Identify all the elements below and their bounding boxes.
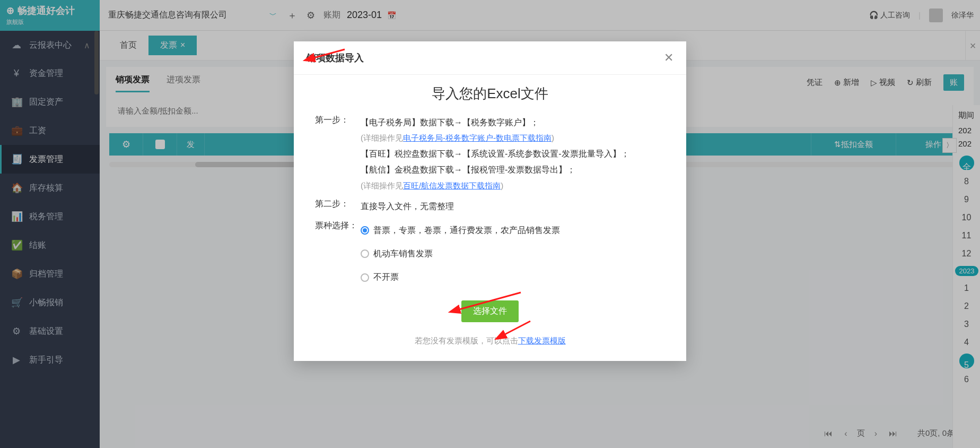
kind-option-3[interactable]: 不开票: [361, 269, 560, 285]
modal-heading: 导入您的Excel文件: [315, 84, 665, 103]
bw-hx-guide-link[interactable]: 百旺/航信发票数据下载指南: [403, 181, 501, 190]
kind-option-1[interactable]: 普票，专票，卷票，通行费发票，农产品销售发票: [361, 222, 560, 238]
kind-option-2[interactable]: 机动车销售发票: [361, 246, 560, 262]
step2-label: 第二步：: [315, 199, 361, 210]
modal-title: 销项数据导入: [307, 51, 364, 64]
step1-note2: (详细操作见百旺/航信发票数据下载指南): [361, 178, 629, 194]
radio-icon: [361, 226, 369, 235]
radio-icon: [361, 249, 369, 258]
step2-text: 直接导入文件，无需整理: [361, 199, 454, 214]
step1-note1: (详细操作见电子税务局-税务数字账户-数电票下载指南): [361, 131, 629, 146]
step1-line1: 【电子税务局】数据下载→【税务数字账户】；: [361, 115, 629, 131]
import-modal: 销项数据导入 ✕ 导入您的Excel文件 第一步： 【电子税务局】数据下载→【税…: [294, 41, 686, 361]
step1-label: 第一步：: [315, 115, 361, 126]
download-template-link[interactable]: 下载发票模版: [518, 336, 566, 345]
choose-file-button[interactable]: 选择文件: [461, 300, 519, 322]
step1-line2: 【百旺】税控盘数据下载→【系统设置-系统参数设置-发票批量导入】；: [361, 146, 629, 162]
close-icon[interactable]: ✕: [664, 51, 673, 65]
kind-label: 票种选择：: [315, 220, 361, 231]
radio-icon: [361, 273, 369, 282]
etax-guide-link[interactable]: 电子税务局-税务数字账户-数电票下载指南: [403, 133, 552, 142]
step1-line3: 【航信】金税盘数据下载→【报税管理-发票数据导出】；: [361, 162, 629, 178]
modal-footer: 若您没有发票模版，可以点击下载发票模版: [315, 336, 665, 346]
